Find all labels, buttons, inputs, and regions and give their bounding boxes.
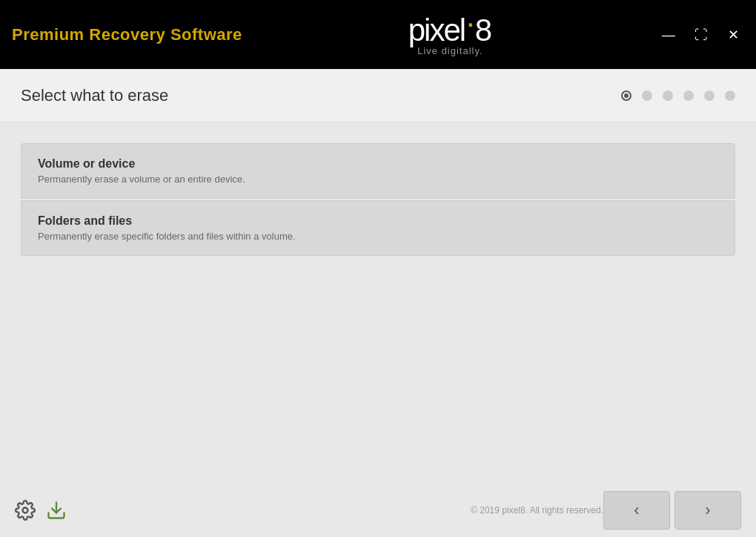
logo-dot: · <box>466 5 475 41</box>
step-dot-6[interactable] <box>725 90 735 101</box>
step-dot-2[interactable] <box>642 90 652 101</box>
option-folders-title: Folders and files <box>38 214 718 228</box>
step-dot-4[interactable] <box>683 90 694 101</box>
settings-button[interactable] <box>15 500 36 521</box>
option-volume-title: Volume or device <box>38 157 718 171</box>
logo-tagline: Live digitally. <box>417 45 483 56</box>
step-dot-5[interactable] <box>704 90 714 101</box>
titlebar-controls: — ⛶ ✕ <box>658 24 744 45</box>
step-dot-3[interactable] <box>663 90 673 101</box>
step-indicators <box>621 90 735 101</box>
gear-icon <box>15 500 36 521</box>
main-content: Volume or device Permanently erase a vol… <box>0 122 756 484</box>
maximize-button[interactable]: ⛶ <box>691 24 712 45</box>
back-button[interactable]: ‹ <box>603 491 670 530</box>
footer-left <box>15 500 67 521</box>
minimize-button[interactable]: — <box>658 24 679 45</box>
nav-buttons: ‹ › <box>603 491 741 530</box>
option-folders-desc: Permanently erase specific folders and f… <box>38 231 718 242</box>
option-volume-device[interactable]: Volume or device Permanently erase a vol… <box>21 143 735 199</box>
svg-point-0 <box>23 508 28 513</box>
logo-text: pixel·8 <box>408 13 492 48</box>
step-title: Select what to erase <box>21 86 168 105</box>
download-icon <box>46 500 67 521</box>
logo-area: pixel·8 Live digitally. <box>408 13 492 56</box>
footer-copyright: © 2019 pixel8. All rights reserved. <box>471 505 603 515</box>
option-volume-desc: Permanently erase a volume or an entire … <box>38 174 718 185</box>
logo-8-text: 8 <box>475 13 492 48</box>
titlebar-left: Premium Recovery Software <box>12 25 242 45</box>
step-dot-1[interactable] <box>621 90 631 101</box>
footer: © 2019 pixel8. All rights reserved. ‹ › <box>0 484 756 537</box>
app-title: Premium Recovery Software <box>12 25 242 45</box>
titlebar: Premium Recovery Software pixel·8 Live d… <box>0 0 756 69</box>
download-button[interactable] <box>46 500 67 521</box>
option-folders-files[interactable]: Folders and files Permanently erase spec… <box>21 200 735 256</box>
logo-pixel-text: pixel <box>408 13 465 48</box>
close-button[interactable]: ✕ <box>723 24 744 45</box>
step-header: Select what to erase <box>0 69 756 122</box>
next-button[interactable]: › <box>674 491 741 530</box>
